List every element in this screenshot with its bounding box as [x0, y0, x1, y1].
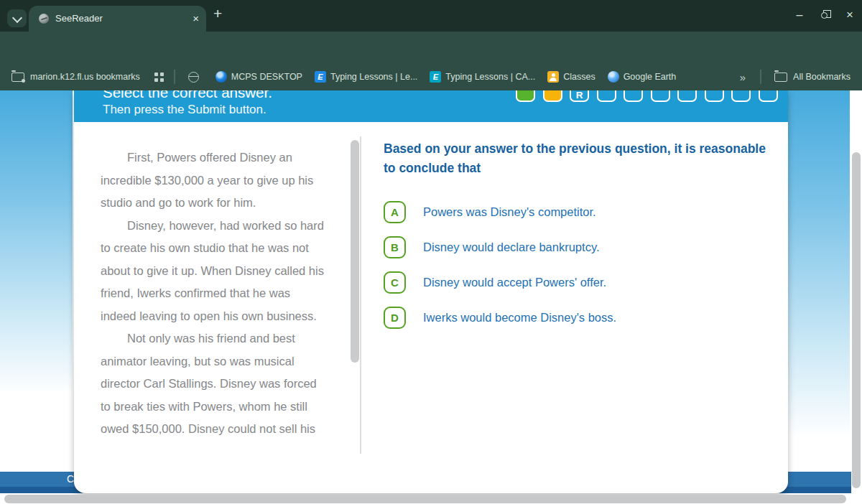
bookmarks-bar: marion.k12.fl.us bookmarks MCPS DESKTOPE… — [0, 63, 862, 90]
passage-line: indeed leaving to open his own business. — [101, 305, 345, 328]
option-text: Disney would declare bankruptcy. — [423, 241, 600, 254]
vertical-scrollbar-thumb[interactable] — [852, 152, 861, 488]
passage-scrollbar-thumb[interactable] — [351, 140, 359, 363]
progress-square — [759, 90, 778, 102]
passage-line: to break ties with Powers, whom he still — [101, 396, 345, 419]
bookmark-item[interactable]: Classes — [547, 71, 595, 83]
reading-passage: First, Powers offered Disney anincredibl… — [101, 146, 345, 441]
progress-square — [624, 90, 643, 102]
option-letter-badge: A — [384, 201, 406, 223]
tab-title: SeeReader — [55, 13, 103, 24]
tab-search-button[interactable] — [7, 9, 27, 27]
option-letter-badge: C — [384, 271, 406, 294]
progress-square: R — [570, 90, 589, 102]
window-minimize-button[interactable]: – — [789, 6, 810, 24]
option-text: Iwerks would become Disney's boss. — [423, 311, 616, 325]
bookmark-item[interactable]: Google Earth — [608, 71, 677, 83]
chevron-down-icon — [12, 13, 22, 23]
passage-line: director Carl Stallings. Disney was forc… — [101, 373, 345, 396]
browser-toolbar: ← → ⌂ student.readingplus.com/seereader/… — [0, 32, 862, 63]
answer-option[interactable]: B Disney would declare bankruptcy. — [384, 236, 616, 258]
background-band-right — [788, 90, 850, 434]
card-body: First, Powers offered Disney anincredibl… — [74, 122, 788, 493]
bookmark-item[interactable]: MCPS DESKTOP — [216, 71, 302, 83]
bookmark-icon — [608, 71, 619, 83]
bookmark-icon: E — [315, 71, 326, 83]
passage-line: First, Powers offered Disney an — [101, 146, 345, 169]
tab-strip: SeeReader × + – × — [0, 0, 862, 32]
option-text: Powers was Disney's competitor. — [423, 205, 596, 219]
answer-option[interactable]: D Iwerks would become Disney's boss. — [384, 307, 616, 329]
progress-square — [705, 90, 724, 102]
bookmark-icon — [216, 71, 227, 83]
new-tab-button[interactable]: + — [213, 5, 222, 22]
passage-line: Disney, however, had worked so hard — [101, 215, 345, 238]
tab-close-icon[interactable]: × — [193, 12, 199, 24]
window-close-button[interactable]: × — [840, 6, 860, 24]
bookmark-item[interactable]: ETyping Lessons | CA... — [430, 71, 535, 83]
progress-square — [731, 90, 751, 102]
progress-square — [597, 90, 616, 102]
progress-square — [543, 90, 562, 102]
background-band-left — [0, 90, 73, 391]
all-bookmarks-label[interactable]: All Bookmarks — [793, 72, 851, 82]
option-letter-badge: B — [384, 236, 406, 258]
option-letter-badge: D — [384, 307, 406, 329]
site-favicon-icon — [39, 14, 49, 24]
progress-square — [651, 90, 670, 102]
bookmark-icon — [188, 72, 199, 83]
passage-line: animator leaving, but so was musical — [101, 350, 345, 373]
question-title: Based on your answer to the previous que… — [384, 139, 771, 177]
passage-line: owed $150,000. Disney could not sell his — [101, 418, 345, 441]
bookmarks-right-group: » All Bookmarks — [740, 70, 851, 84]
instruction-line2: Then press the Submit button. — [103, 101, 788, 118]
screen: SeeReader × + – × ← → ⌂ student.readingp… — [0, 0, 862, 504]
bookmark-list: MCPS DESKTOPETyping Lessons | Le...ETypi… — [188, 71, 676, 83]
progress-squares: R — [516, 90, 778, 102]
seereader-card: Select the correct answer. Then press th… — [74, 90, 788, 493]
apps-grid-icon[interactable] — [154, 73, 158, 76]
managed-bookmarks-label[interactable]: marion.k12.fl.us bookmarks — [30, 72, 140, 82]
passage-line: studio and go to work for him. — [101, 192, 345, 215]
passage-line: friend, Iwerks confirmed that he was — [101, 282, 345, 305]
passage-line: Not only was his friend and best — [101, 327, 345, 350]
bookmarks-separator — [174, 70, 175, 84]
passage-line: to create his own studio that he was not — [101, 237, 345, 260]
window-restore-button[interactable] — [815, 6, 835, 24]
progress-square — [516, 90, 535, 102]
bookmark-icon: E — [430, 71, 441, 83]
option-text: Disney would accept Powers' offer. — [423, 276, 606, 289]
bookmarks-separator — [760, 70, 761, 84]
footer-clipped-text: C — [67, 473, 74, 485]
progress-square — [677, 90, 697, 102]
bookmarks-overflow-chevron[interactable]: » — [740, 71, 746, 83]
answer-option[interactable]: C Disney would accept Powers' offer. — [384, 271, 616, 294]
all-bookmarks-folder-icon[interactable] — [774, 73, 787, 82]
horizontal-scrollbar-thumb[interactable] — [4, 495, 846, 503]
passage-line: about to give it up. When Disney called … — [101, 260, 345, 283]
answer-options: A Powers was Disney's competitor. B Disn… — [384, 201, 616, 342]
answer-option[interactable]: A Powers was Disney's competitor. — [384, 201, 616, 223]
instruction-header: Select the correct answer. Then press th… — [74, 90, 788, 122]
bookmark-item[interactable] — [188, 72, 203, 83]
panel-divider — [360, 136, 361, 454]
page-viewport: C Select the correct answer. Then press … — [0, 90, 862, 504]
browser-tab[interactable]: SeeReader × — [29, 6, 206, 32]
managed-bookmarks-folder-icon[interactable] — [11, 73, 24, 82]
passage-line: incredible $130,000 a year to give up hi… — [101, 169, 345, 192]
bookmark-icon — [547, 71, 559, 83]
bookmark-item[interactable]: ETyping Lessons | Le... — [315, 71, 417, 83]
